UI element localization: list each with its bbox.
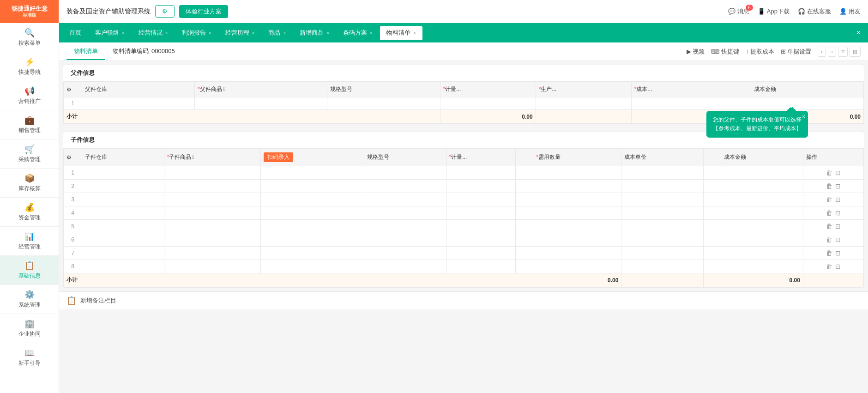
child-unit-cell[interactable] (446, 206, 516, 220)
child-qty-cell[interactable] (533, 220, 621, 233)
child-price-cell[interactable] (621, 260, 704, 273)
tab-new-product[interactable]: 新增商品 × (293, 26, 336, 40)
child-spec-cell[interactable] (364, 247, 446, 260)
child-unit-cell[interactable] (446, 166, 516, 180)
child-product-cell[interactable] (164, 247, 260, 260)
delete-icon[interactable]: 🗑 (826, 182, 832, 190)
copy-icon[interactable]: ⊡ (835, 209, 841, 217)
tab-history[interactable]: 经营历程 × (219, 26, 261, 40)
close-icon[interactable]: × (413, 30, 416, 36)
child-warehouse-cell[interactable] (82, 247, 164, 260)
child-spec-cell[interactable] (364, 220, 446, 233)
menu-button[interactable]: ≡ (838, 47, 848, 57)
delete-icon[interactable]: 🗑 (826, 249, 832, 257)
child-spec-cell[interactable] (364, 260, 446, 273)
child-warehouse-cell[interactable] (82, 206, 164, 220)
child-spec-cell[interactable] (364, 166, 446, 180)
sidebar-item-quicknav[interactable]: ⚡ 快捷导航 (0, 52, 59, 81)
copy-icon[interactable]: ⊡ (835, 196, 841, 203)
child-product-cell[interactable] (164, 180, 260, 193)
child-qty-cell[interactable] (533, 247, 621, 260)
child-qty-cell[interactable] (533, 180, 621, 193)
nav-close-button[interactable]: × (853, 29, 864, 37)
delete-icon[interactable]: 🗑 (826, 209, 832, 217)
tab-product[interactable]: 商品 × (262, 26, 292, 40)
child-qty-cell[interactable] (533, 166, 621, 180)
delete-icon[interactable]: 🗑 (826, 196, 832, 203)
child-qty-cell[interactable] (533, 233, 621, 247)
child-product-cell[interactable] (164, 260, 260, 273)
child-unit-cell[interactable] (446, 247, 516, 260)
sidebar-item-operations[interactable]: 📊 经营管理 (0, 227, 59, 256)
parent-product-cell[interactable] (195, 97, 327, 110)
sidebar-item-system[interactable]: ⚙️ 系统管理 (0, 285, 59, 314)
copy-icon[interactable]: ⊡ (835, 236, 841, 243)
close-icon[interactable]: × (326, 30, 329, 36)
scan-button[interactable]: 扫码录入 (264, 152, 293, 162)
child-qty-cell[interactable] (533, 193, 621, 206)
tab-barcode[interactable]: 条码方案 × (337, 26, 379, 40)
child-product-cell[interactable] (164, 193, 260, 206)
single-settings-link[interactable]: ⊞ 单据设置 (781, 48, 811, 56)
sidebar-item-marketing[interactable]: 📢 营销推广 (0, 81, 59, 110)
child-price-cell[interactable] (621, 220, 704, 233)
parent-warehouse-cell[interactable] (82, 97, 195, 110)
sidebar-item-sales[interactable]: 💼 销售管理 (0, 110, 59, 139)
close-icon[interactable]: × (165, 30, 168, 36)
child-unit-cell[interactable] (446, 193, 516, 206)
close-icon[interactable]: × (122, 30, 125, 36)
extract-cost-link[interactable]: ↑ 提取成本 (746, 48, 774, 56)
copy-icon[interactable]: ⊡ (835, 169, 841, 176)
parent-cost-cell[interactable] (631, 97, 727, 110)
tab-bom[interactable]: 物料清单 × (380, 26, 422, 40)
child-warehouse-cell[interactable] (82, 220, 164, 233)
sidebar-item-search[interactable]: 🔍 搜索菜单 (0, 23, 59, 52)
child-warehouse-cell[interactable] (82, 260, 164, 273)
close-icon[interactable]: × (283, 30, 286, 36)
child-price-cell[interactable] (621, 166, 704, 180)
close-icon[interactable]: × (252, 30, 255, 36)
sidebar-item-basicinfo[interactable]: 📋 基础信息 (0, 256, 59, 285)
child-product-cell[interactable] (164, 166, 260, 180)
copy-icon[interactable]: ⊡ (835, 263, 841, 270)
tab-home[interactable]: 首页 (63, 26, 88, 40)
child-spec-cell[interactable] (364, 180, 446, 193)
th-settings[interactable]: ⚙ (64, 82, 82, 97)
child-warehouse-cell[interactable] (82, 180, 164, 193)
child-spec-cell[interactable] (364, 233, 446, 247)
sidebar-item-inventory[interactable]: 📦 库存核算 (0, 169, 59, 198)
view-video-link[interactable]: ▶ 视频 (687, 48, 705, 56)
child-warehouse-cell[interactable] (82, 193, 164, 206)
message-badge[interactable]: 💬 消息 6 (728, 7, 749, 16)
child-product-cell[interactable] (164, 220, 260, 233)
close-icon[interactable]: × (209, 30, 211, 36)
delete-icon[interactable]: 🗑 (826, 223, 832, 230)
child-product-cell[interactable] (164, 206, 260, 220)
parent-unit-cell[interactable] (440, 97, 536, 110)
child-price-cell[interactable] (621, 206, 704, 220)
tab-operation[interactable]: 经营情况 × (132, 26, 175, 40)
copy-icon[interactable]: ⊡ (835, 182, 841, 190)
child-price-cell[interactable] (621, 247, 704, 260)
sub-tab-bom-list[interactable]: 物料清单 (66, 43, 105, 60)
child-qty-cell[interactable] (533, 260, 621, 273)
tab-profit[interactable]: 利润报告 × (175, 26, 218, 40)
app-download[interactable]: 📱 App下载 (758, 7, 790, 16)
child-unit-cell[interactable] (446, 220, 516, 233)
child-unit-cell[interactable] (446, 233, 516, 247)
child-price-cell[interactable] (621, 193, 704, 206)
tab-customer[interactable]: 客户联络 × (89, 26, 131, 40)
user-menu[interactable]: 👤 用友 (839, 7, 861, 16)
child-warehouse-cell[interactable] (82, 166, 164, 180)
child-warehouse-cell[interactable] (82, 233, 164, 247)
sidebar-item-enterprise[interactable]: 🏢 企业协同 (0, 314, 59, 343)
shortcut-link[interactable]: ⌨ 快捷键 (711, 48, 739, 56)
sidebar-item-guide[interactable]: 📖 新手引导 (0, 343, 59, 372)
trial-button[interactable]: 体验行业方案 (179, 5, 228, 18)
settings-button[interactable]: ⚙ (155, 5, 175, 18)
th-scan[interactable]: 扫码录入 (260, 149, 364, 166)
online-service[interactable]: 🎧 在线客服 (798, 7, 831, 16)
child-unit-cell[interactable] (446, 180, 516, 193)
child-unit-cell[interactable] (446, 260, 516, 273)
delete-icon[interactable]: 🗑 (826, 263, 832, 270)
